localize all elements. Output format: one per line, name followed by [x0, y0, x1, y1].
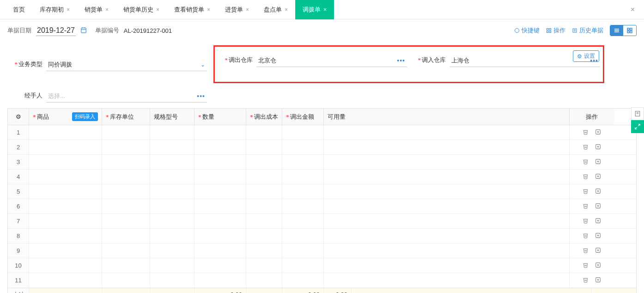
delete-icon[interactable]: [583, 203, 589, 210]
table-row[interactable]: 1: [8, 125, 636, 140]
cell-cost[interactable]: [246, 244, 282, 258]
cell-cost[interactable]: [246, 258, 282, 273]
cell-product[interactable]: [29, 140, 102, 154]
cell-spec[interactable]: [150, 273, 194, 287]
add-icon[interactable]: [595, 159, 601, 166]
cell-qty[interactable]: [194, 214, 246, 228]
cell-qty[interactable]: [194, 184, 246, 199]
cell-cost[interactable]: [246, 155, 282, 169]
cell-unit[interactable]: [102, 258, 150, 273]
cell-unit[interactable]: [102, 229, 150, 243]
table-row[interactable]: 9: [8, 244, 636, 258]
close-icon[interactable]: ×: [285, 6, 288, 13]
biztype-select[interactable]: 同价调拨 ⌄: [46, 57, 207, 71]
cell-avail[interactable]: [324, 155, 570, 169]
tab-sales-view[interactable]: 查看销货单×: [167, 0, 218, 19]
cell-product[interactable]: [29, 214, 102, 228]
cell-spec[interactable]: [150, 140, 194, 154]
cell-unit[interactable]: [102, 184, 150, 199]
cell-qty[interactable]: [194, 244, 246, 258]
cell-avail[interactable]: [324, 125, 570, 140]
close-icon[interactable]: ×: [246, 6, 249, 13]
cell-avail[interactable]: [324, 244, 570, 258]
cell-unit[interactable]: [102, 170, 150, 184]
cell-product[interactable]: [29, 244, 102, 258]
cell-product[interactable]: [29, 125, 102, 140]
add-icon[interactable]: [595, 218, 601, 225]
cell-spec[interactable]: [150, 125, 194, 140]
cell-amount[interactable]: [282, 170, 324, 184]
cell-avail[interactable]: [324, 170, 570, 184]
cell-unit[interactable]: [102, 125, 150, 140]
cell-product[interactable]: [29, 184, 102, 199]
close-all-icon[interactable]: ×: [627, 6, 638, 14]
cell-product[interactable]: [29, 273, 102, 287]
cell-amount[interactable]: [282, 140, 324, 154]
delete-icon[interactable]: [583, 144, 589, 151]
cell-cost[interactable]: [246, 184, 282, 199]
cell-qty[interactable]: [194, 170, 246, 184]
cell-spec[interactable]: [150, 229, 194, 243]
calendar-icon[interactable]: [80, 27, 87, 35]
cell-product[interactable]: [29, 229, 102, 243]
close-icon[interactable]: ×: [67, 6, 70, 13]
cell-product[interactable]: [29, 170, 102, 184]
cell-unit[interactable]: [102, 273, 150, 287]
delete-icon[interactable]: [583, 129, 589, 136]
table-row[interactable]: 8: [8, 229, 636, 244]
add-icon[interactable]: [595, 144, 601, 151]
tab-purchase[interactable]: 进货单×: [218, 0, 256, 19]
cell-cost[interactable]: [246, 140, 282, 154]
cell-spec[interactable]: [150, 199, 194, 214]
add-icon[interactable]: [595, 262, 601, 269]
delete-icon[interactable]: [583, 262, 589, 269]
cell-cost[interactable]: [246, 273, 282, 287]
operate-link[interactable]: 操作: [546, 26, 565, 35]
close-icon[interactable]: ×: [207, 6, 210, 13]
table-row[interactable]: 10: [8, 258, 636, 273]
cell-avail[interactable]: [324, 273, 570, 287]
table-row[interactable]: 11: [8, 273, 636, 288]
cell-qty[interactable]: [194, 199, 246, 214]
close-icon[interactable]: ×: [156, 6, 159, 13]
settings-button[interactable]: 设置: [573, 50, 599, 62]
cell-cost[interactable]: [246, 125, 282, 140]
cell-spec[interactable]: [150, 184, 194, 199]
cell-cost[interactable]: [246, 199, 282, 214]
cell-qty[interactable]: [194, 125, 246, 140]
cell-cost[interactable]: [246, 214, 282, 228]
table-row[interactable]: 5: [8, 184, 636, 199]
close-icon[interactable]: ×: [105, 6, 109, 13]
cell-avail[interactable]: [324, 199, 570, 214]
delete-icon[interactable]: [583, 188, 589, 195]
add-icon[interactable]: [595, 173, 601, 181]
cell-unit[interactable]: [102, 155, 150, 169]
delete-icon[interactable]: [583, 173, 589, 181]
list-view-btn[interactable]: [610, 25, 623, 36]
cell-spec[interactable]: [150, 155, 194, 169]
side-expand-btn[interactable]: [631, 120, 644, 133]
cell-avail[interactable]: [324, 184, 570, 199]
add-icon[interactable]: [595, 247, 601, 255]
cell-qty[interactable]: [194, 140, 246, 154]
scan-badge[interactable]: 扫码录入: [72, 112, 98, 121]
table-row[interactable]: 4: [8, 170, 636, 184]
cell-amount[interactable]: [282, 155, 324, 169]
cell-spec[interactable]: [150, 170, 194, 184]
cell-product[interactable]: [29, 155, 102, 169]
out-warehouse-select[interactable]: 北京仓 •••: [256, 53, 407, 67]
cell-amount[interactable]: [282, 199, 324, 214]
table-row[interactable]: 7: [8, 214, 636, 229]
delete-icon[interactable]: [583, 247, 589, 255]
tab-sales[interactable]: 销货单×: [77, 0, 116, 19]
cell-avail[interactable]: [324, 140, 570, 154]
add-icon[interactable]: [595, 129, 601, 136]
add-icon[interactable]: [595, 232, 601, 240]
add-icon[interactable]: [595, 203, 601, 210]
cell-unit[interactable]: [102, 140, 150, 154]
cell-spec[interactable]: [150, 244, 194, 258]
cell-amount[interactable]: [282, 258, 324, 273]
more-icon[interactable]: •••: [197, 92, 205, 100]
cell-avail[interactable]: [324, 229, 570, 243]
close-icon[interactable]: ×: [323, 6, 327, 13]
